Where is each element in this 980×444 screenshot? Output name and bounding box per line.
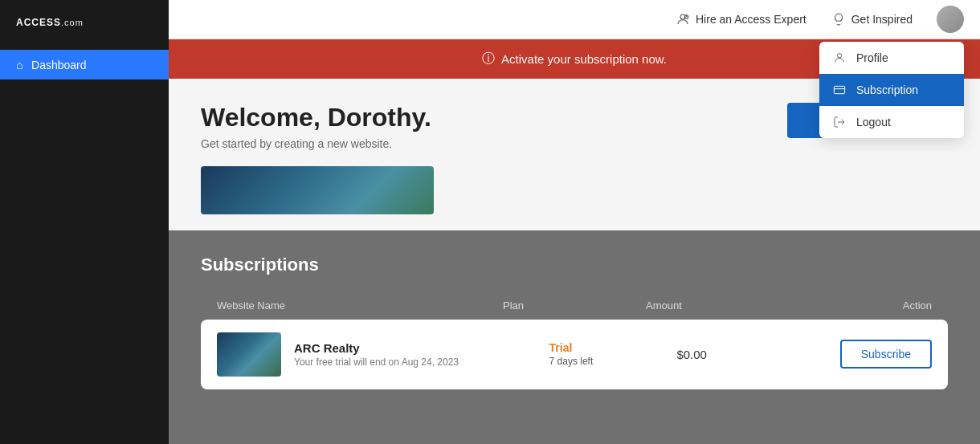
get-inspired-label: Get Inspired (851, 13, 913, 26)
user-avatar[interactable] (937, 6, 964, 33)
sidebar: ACCESS.com ⌂ Dashboard (0, 0, 169, 444)
welcome-subtitle: Get started by creating a new website. (201, 137, 948, 150)
site-name: ARC Realty (294, 341, 549, 355)
subscribe-button[interactable]: Subscribe (840, 340, 932, 369)
sidebar-nav: ⌂ Dashboard (0, 42, 169, 88)
header-action: Action (789, 299, 932, 312)
subscriptions-table: Website Name Plan Amount Action ARC Real… (201, 291, 948, 389)
dropdown-profile-label: Profile (856, 51, 888, 64)
dropdown-item-profile[interactable]: Profile (819, 42, 964, 74)
header-website-name: Website Name (217, 299, 503, 312)
brand-logo: ACCESS.com (16, 13, 84, 30)
subscriptions-title: Subscriptions (201, 255, 948, 275)
home-icon: ⌂ (16, 58, 23, 71)
lightbulb-icon (831, 11, 847, 27)
action-column: Subscribe (804, 340, 932, 369)
amount-value: $0.00 (676, 348, 804, 361)
dropdown-item-subscription[interactable]: Subscription (819, 74, 964, 106)
table-row: ARC Realty Your free trial will end on A… (201, 320, 948, 389)
table-header-row: Website Name Plan Amount Action (201, 291, 948, 320)
site-thumbnail (217, 332, 281, 377)
sidebar-logo: ACCESS.com (0, 0, 169, 42)
plan-column: Trial 7 days left (549, 341, 677, 367)
website-preview-thumbnail (201, 166, 434, 214)
alert-icon: ⓘ (482, 51, 495, 67)
top-nav: Hire an Access Expert Get Inspired (169, 0, 980, 39)
svg-rect-3 (834, 86, 844, 93)
alert-message: Activate your subscription now. (501, 52, 667, 66)
hire-expert-link[interactable]: Hire an Access Expert (675, 11, 806, 27)
hire-expert-label: Hire an Access Expert (696, 13, 806, 26)
brand-tld: .com (61, 18, 84, 27)
get-inspired-link[interactable]: Get Inspired (831, 11, 913, 27)
site-info: ARC Realty Your free trial will end on A… (294, 341, 549, 368)
site-description: Your free trial will end on Aug 24, 2023 (294, 356, 549, 368)
dropdown-logout-label: Logout (856, 116, 891, 128)
plan-name: Trial (549, 341, 677, 354)
header-plan: Plan (503, 299, 646, 312)
profile-icon (832, 51, 847, 64)
brand-name: ACCESS (16, 17, 61, 28)
header-amount: Amount (646, 299, 789, 312)
expert-icon (675, 11, 691, 27)
subscription-icon (832, 84, 847, 96)
sidebar-item-label: Dashboard (31, 59, 87, 71)
avatar-image (937, 6, 964, 33)
page-container: ACCESS.com ⌂ Dashboard (0, 0, 980, 444)
user-dropdown-menu: Profile Subscription (819, 42, 964, 138)
svg-point-2 (837, 54, 841, 58)
dropdown-subscription-label: Subscription (856, 84, 918, 96)
sidebar-item-dashboard[interactable]: ⌂ Dashboard (0, 50, 169, 79)
dropdown-item-logout[interactable]: Logout (819, 106, 964, 138)
plan-days-left: 7 days left (549, 356, 677, 367)
main-content-area: Hire an Access Expert Get Inspired (169, 0, 980, 444)
logout-icon (832, 116, 847, 128)
subscriptions-section: Subscriptions Website Name Plan Amount A… (169, 230, 980, 444)
